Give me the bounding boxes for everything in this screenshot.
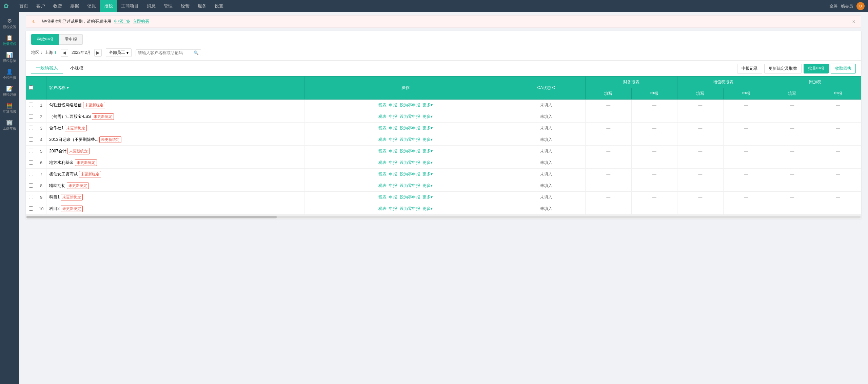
op-1[interactable]: 申报 [389, 126, 397, 130]
row-operations: 税表 申报 设为零申报 更多▾ [304, 100, 507, 111]
nav-item-记账[interactable]: 记账 [83, 0, 100, 12]
op-2[interactable]: 设为零申报 [400, 137, 420, 142]
prev-month-btn[interactable]: ◀ [61, 49, 68, 57]
op-3[interactable]: 更多▾ [422, 195, 433, 199]
row-checkbox[interactable] [29, 126, 33, 130]
scrollbar-thumb[interactable] [26, 216, 277, 218]
row-a-report: — [815, 203, 861, 215]
nav-item-首页[interactable]: 首页 [15, 0, 32, 12]
region-value[interactable]: 上海 [45, 50, 53, 56]
op-2[interactable]: 设为零申报 [400, 149, 420, 153]
op-0[interactable]: 税表 [378, 137, 387, 142]
notif-link1[interactable]: 申报汇签 [114, 19, 130, 24]
row-checkbox[interactable] [29, 160, 33, 165]
op-2[interactable]: 设为零申报 [400, 103, 420, 107]
row-checkbox[interactable] [29, 172, 33, 176]
tab-zero-declaration[interactable]: 零申报 [59, 34, 83, 45]
op-0[interactable]: 税表 [378, 126, 387, 130]
row-a-report: — [815, 123, 861, 134]
op-2[interactable]: 设为零申报 [400, 114, 420, 119]
op-3[interactable]: 更多▾ [422, 206, 433, 211]
row-checkbox[interactable] [29, 206, 33, 211]
status-badge: 未更新统定 [61, 194, 83, 200]
nav-item-工商项目[interactable]: 工商项目 [117, 0, 143, 12]
nav-item-客户[interactable]: 客户 [32, 0, 49, 12]
close-icon[interactable]: ✕ [852, 19, 855, 24]
member-btn[interactable]: 畅会员 [841, 3, 853, 9]
row-f-report: — [631, 111, 677, 123]
op-3[interactable]: 更多▾ [422, 183, 433, 188]
row-checkbox[interactable] [29, 149, 33, 153]
tab-general-taxpayer[interactable]: 一般纳税人 [31, 63, 63, 73]
sidebar-item-个税申报[interactable]: 👤个税申报 [0, 66, 19, 83]
select-all-checkbox[interactable] [29, 85, 33, 90]
op-1[interactable]: 申报 [389, 114, 397, 119]
op-0[interactable]: 税表 [378, 172, 387, 176]
op-3[interactable]: 更多▾ [422, 160, 433, 165]
row-checkbox[interactable] [29, 114, 33, 119]
horizontal-scrollbar[interactable] [26, 215, 861, 219]
nav-item-设置[interactable]: 设置 [211, 0, 228, 12]
op-1[interactable]: 申报 [389, 195, 397, 199]
sidebar-item-汇算清缴[interactable]: 🧮汇算清缴 [0, 100, 19, 116]
tab-small-scale[interactable]: 小规模 [65, 63, 88, 73]
row-checkbox[interactable] [29, 137, 33, 142]
collect-receipt-btn[interactable]: 收取回执 [831, 64, 856, 73]
next-month-btn[interactable]: ▶ [94, 49, 102, 57]
nav-item-收费[interactable]: 收费 [49, 0, 66, 12]
employee-selector[interactable]: 全部员工 ▾ [106, 48, 132, 57]
sidebar-item-报税记录[interactable]: 📝报税记录 [0, 83, 19, 100]
op-0[interactable]: 税表 [378, 160, 387, 165]
op-3[interactable]: 更多▾ [422, 126, 433, 130]
row-checkbox[interactable] [29, 195, 33, 199]
batch-declare-btn[interactable]: 批量申报 [804, 64, 829, 73]
nav-item-经营[interactable]: 经营 [177, 0, 194, 12]
nav-item-服务[interactable]: 服务 [194, 0, 211, 12]
declaration-record-btn[interactable]: 申报记录 [737, 64, 762, 73]
nav-item-消息[interactable]: 消息 [143, 0, 160, 12]
nav-item-票据[interactable]: 票据 [66, 0, 83, 12]
op-2[interactable]: 设为零申报 [400, 206, 420, 211]
op-0[interactable]: 税表 [378, 206, 387, 211]
fullscreen-btn[interactable]: 全屏 [829, 3, 837, 9]
op-1[interactable]: 申报 [389, 137, 397, 142]
row-checkbox-cell [26, 100, 36, 111]
op-2[interactable]: 设为零申报 [400, 126, 420, 130]
op-3[interactable]: 更多▾ [422, 103, 433, 107]
op-1[interactable]: 申报 [389, 103, 397, 107]
sidebar-item-批量报税[interactable]: 📋批量报税 [0, 32, 19, 49]
op-0[interactable]: 税表 [378, 195, 387, 199]
notif-link2[interactable]: 立即购买 [133, 19, 149, 24]
op-0[interactable]: 税表 [378, 103, 387, 107]
op-3[interactable]: 更多▾ [422, 172, 433, 176]
row-checkbox[interactable] [29, 103, 33, 107]
toolbar: 地区： 上海 ℹ ◀ 2023年2月 ▶ 全部员工 ▾ 🔍 [26, 45, 861, 61]
op-2[interactable]: 设为零申报 [400, 183, 420, 188]
op-3[interactable]: 更多▾ [422, 149, 433, 153]
op-2[interactable]: 设为零申报 [400, 195, 420, 199]
op-3[interactable]: 更多▾ [422, 137, 433, 142]
sidebar-item-工商年报[interactable]: 🏢工商年报 [0, 116, 19, 133]
op-1[interactable]: 申报 [389, 160, 397, 165]
table-row: 1 勾勒新锐网络通信 未更新统定 税表 申报 设为零申报 更多▾ 未填入 — —… [26, 100, 861, 111]
op-0[interactable]: 税表 [378, 114, 387, 119]
op-1[interactable]: 申报 [389, 206, 397, 211]
search-icon[interactable]: 🔍 [194, 50, 199, 55]
nav-item-管理[interactable]: 管理 [160, 0, 177, 12]
op-2[interactable]: 设为零申报 [400, 172, 420, 176]
op-1[interactable]: 申报 [389, 183, 397, 188]
op-2[interactable]: 设为零申报 [400, 160, 420, 165]
op-3[interactable]: 更多▾ [422, 114, 433, 119]
op-1[interactable]: 申报 [389, 172, 397, 176]
op-1[interactable]: 申报 [389, 149, 397, 153]
sidebar-item-报税总览[interactable]: 📊报税总览 [0, 49, 19, 66]
tab-tax-declaration[interactable]: 税款申报 [31, 34, 59, 45]
avatar[interactable]: U [856, 2, 865, 10]
op-0[interactable]: 税表 [378, 149, 387, 153]
sidebar-item-报税设置[interactable]: ⚙报税设置 [0, 15, 19, 32]
update-statistics-btn[interactable]: 更新统定及取数 [764, 64, 802, 73]
search-input[interactable] [138, 50, 192, 55]
row-checkbox[interactable] [29, 183, 33, 188]
nav-item-报税[interactable]: 报税 [100, 0, 117, 12]
op-0[interactable]: 税表 [378, 183, 387, 188]
